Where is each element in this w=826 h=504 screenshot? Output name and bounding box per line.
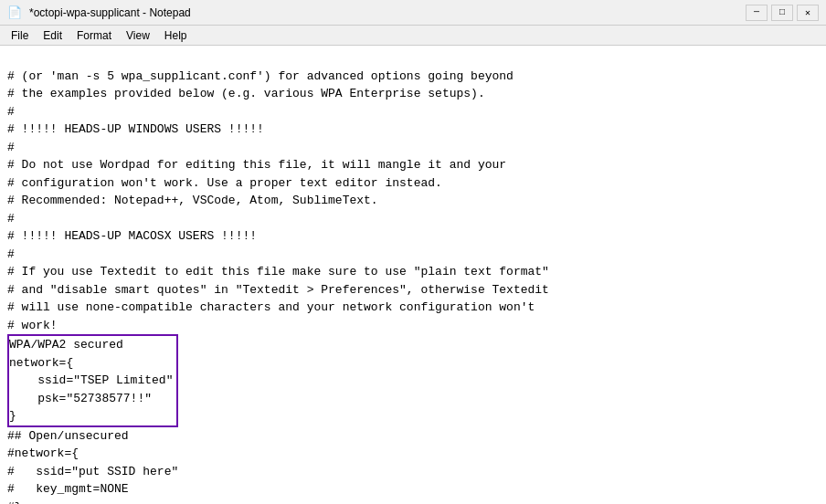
highlighted-line: } — [9, 407, 173, 425]
editor-line: # ssid="put SSID here" — [7, 463, 819, 481]
menu-edit[interactable]: Edit — [36, 27, 69, 44]
menu-view[interactable]: View — [119, 27, 157, 44]
editor-line: # work! — [7, 317, 819, 335]
highlighted-line: psk="52738577!!" — [9, 390, 173, 408]
editor-line: # key_mgmt=NONE — [7, 480, 819, 499]
menu-file[interactable]: File — [4, 27, 36, 44]
highlighted-line: WPA/WPA2 secured — [9, 336, 173, 354]
menu-bar: File Edit Format View Help — [0, 26, 826, 46]
menu-help[interactable]: Help — [157, 27, 195, 44]
highlighted-line: ssid="TSEP Limited" — [9, 372, 173, 390]
editor-line: # — [7, 139, 819, 157]
editor-line: # (or 'man -s 5 wpa_supplicant.conf') fo… — [7, 68, 819, 86]
editor-line: # will use none-compatible characters an… — [7, 299, 819, 317]
editor-line: # !!!!! HEADS-UP WINDOWS USERS !!!!! — [7, 121, 819, 139]
editor-line: #network={ — [7, 445, 819, 463]
editor-line: #} — [7, 499, 819, 505]
minimize-button[interactable]: ─ — [746, 5, 768, 21]
title-bar: 📄 *octopi-wpa-supplicant - Notepad ─ □ ✕ — [0, 0, 826, 26]
window-controls: ─ □ ✕ — [746, 5, 819, 21]
title-bar-text: *octopi-wpa-supplicant - Notepad — [29, 6, 738, 19]
maximize-button[interactable]: □ — [771, 5, 793, 21]
editor-line: # If you use Textedit to edit this file … — [7, 263, 819, 281]
highlighted-line: network={ — [9, 354, 173, 373]
editor-line: # — [7, 103, 819, 121]
app-icon: 📄 — [7, 5, 22, 20]
close-button[interactable]: ✕ — [797, 5, 819, 21]
editor-line: # Do not use Wordpad for editing this fi… — [7, 156, 819, 174]
editor-line: # — [7, 246, 819, 264]
menu-format[interactable]: Format — [69, 27, 119, 44]
editor-line: # configuration won't work. Use a proper… — [7, 174, 819, 193]
editor-line: # the examples provided below (e.g. vari… — [7, 85, 819, 103]
editor-line: # — [7, 210, 819, 228]
editor-line: # Recommended: Notepad++, VSCode, Atom, … — [7, 192, 819, 210]
editor-area[interactable]: # (or 'man -s 5 wpa_supplicant.conf') fo… — [0, 46, 826, 504]
editor-line: # !!!!! HEADS-UP MACOSX USERS !!!!! — [7, 227, 819, 246]
editor-line: ## Open/unsecured — [7, 427, 819, 446]
editor-line: # and "disable smart quotes" in "Textedi… — [7, 281, 819, 299]
